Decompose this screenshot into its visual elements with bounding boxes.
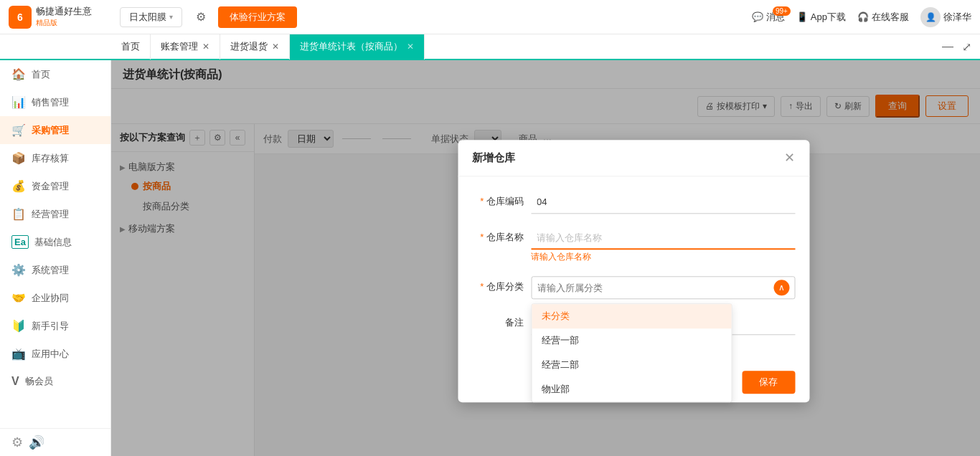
sidebar-item-basic-info[interactable]: Ea 基础信息: [0, 228, 110, 256]
category-toggle-icon[interactable]: ∧: [773, 280, 789, 295]
dialog-title: 新增仓库: [472, 151, 515, 165]
sidebar-home-label: 首页: [32, 68, 50, 81]
category-dropdown: 未分类 经营一部 经营二部 物业部: [531, 303, 732, 402]
logo-area: 6 畅捷通好生意 精品版: [9, 6, 120, 29]
dropdown-item-dept2[interactable]: 经营二部: [532, 353, 731, 377]
sidebar-item-enterprise[interactable]: 🤝 企业协同: [0, 284, 110, 312]
tab-account[interactable]: 账套管理 ✕: [151, 34, 220, 60]
sidebar-item-guide[interactable]: 🔰 新手引导: [0, 312, 110, 340]
sidebar-operations-label: 经营管理: [32, 208, 69, 221]
name-field: 请输入仓库名称: [531, 227, 795, 263]
dialog-header: 新增仓库 ✕: [458, 140, 809, 176]
notification-badge: 99+: [773, 6, 791, 16]
name-field-row: 仓库名称 请输入仓库名称: [472, 227, 795, 263]
tab-account-label: 账套管理: [161, 40, 198, 53]
enterprise-icon: 🤝: [11, 291, 26, 305]
tab-minimize-icon[interactable]: —: [939, 39, 956, 55]
name-input[interactable]: [531, 227, 795, 250]
guide-icon: 🔰: [11, 319, 26, 333]
apps-icon: 📺: [11, 347, 26, 361]
dialog-close-icon[interactable]: ✕: [784, 150, 795, 166]
basic-info-icon: Ea: [11, 235, 29, 249]
sidebar-sound-icon[interactable]: 🔊: [29, 434, 44, 450]
top-header: 6 畅捷通好生意 精品版 日太阳膜 ▾ ⚙ 体验行业方案 💬 消息 99+ 📱 …: [0, 0, 980, 34]
new-warehouse-dialog: 新增仓库 ✕ 仓库编码 仓库名称 请输入仓库名称: [458, 140, 809, 402]
notes-label: 备注: [472, 312, 524, 329]
message-icon: 💬: [752, 11, 763, 22]
sidebar: 🏠 首页 📊 销售管理 🛒 采购管理 📦 库存核算 💰 资金管理 📋 经营管理 …: [0, 60, 111, 456]
category-field-row: 仓库分类 ∧ 未分类 经营一部 经营二部 物业部: [472, 276, 795, 299]
tab-return-label: 进货退货: [230, 40, 268, 53]
sidebar-purchase-label: 采购管理: [32, 124, 69, 137]
sidebar-settings-icon[interactable]: ⚙: [11, 434, 23, 450]
tab-return[interactable]: 进货退货 ✕: [220, 34, 290, 60]
code-field: [531, 191, 795, 214]
tab-account-close-icon[interactable]: ✕: [202, 42, 209, 52]
dropdown-item-uncategorized[interactable]: 未分类: [532, 304, 731, 328]
brand-sub: 精品版: [36, 18, 92, 28]
sidebar-system-label: 系统管理: [32, 264, 69, 277]
sidebar-enterprise-label: 企业协同: [32, 292, 69, 305]
online-service-btn[interactable]: 🎧 在线客服: [857, 11, 909, 24]
sidebar-apps-label: 应用中心: [32, 348, 69, 361]
tab-stats-label: 进货单统计表（按商品）: [300, 40, 402, 53]
headset-icon: 🎧: [857, 11, 869, 22]
main-layout: 🏠 首页 📊 销售管理 🛒 采购管理 📦 库存核算 💰 资金管理 📋 经营管理 …: [0, 60, 980, 456]
operations-icon: 📋: [11, 207, 26, 221]
tab-return-close-icon[interactable]: ✕: [272, 42, 279, 52]
tab-expand-icon[interactable]: ⤢: [959, 39, 974, 55]
dropdown-item-dept1[interactable]: 经营一部: [532, 328, 731, 353]
store-selector[interactable]: 日太阳膜 ▾: [120, 7, 182, 27]
save-button[interactable]: 保存: [742, 371, 795, 394]
finance-icon: 💰: [11, 179, 26, 193]
tab-stats-close-icon[interactable]: ✕: [407, 42, 414, 52]
app-logo-icon: 6: [9, 6, 32, 29]
sales-icon: 📊: [11, 95, 26, 109]
inventory-icon: 📦: [11, 151, 26, 165]
tab-home-label: 首页: [121, 40, 140, 53]
sidebar-finance-label: 资金管理: [32, 180, 69, 193]
trial-button[interactable]: 体验行业方案: [218, 6, 297, 28]
dialog-body: 仓库编码 仓库名称 请输入仓库名称 仓库分类: [458, 176, 809, 362]
sidebar-item-purchase[interactable]: 🛒 采购管理: [0, 116, 110, 144]
dropdown-item-dept3[interactable]: 物业部: [532, 377, 731, 402]
brand-name: 畅捷通好生意: [36, 6, 92, 18]
sidebar-item-home[interactable]: 🏠 首页: [0, 60, 110, 88]
sidebar-item-operations[interactable]: 📋 经营管理: [0, 200, 110, 228]
category-field: ∧ 未分类 经营一部 经营二部 物业部: [531, 276, 795, 299]
sidebar-item-system[interactable]: ⚙️ 系统管理: [0, 256, 110, 284]
sidebar-bottom: ⚙ 🔊: [0, 428, 110, 456]
mobile-icon: 📱: [796, 11, 808, 22]
tab-bar: 首页 账套管理 ✕ 进货退货 ✕ 进货单统计表（按商品） ✕ — ⤢: [0, 34, 980, 60]
store-name-label: 日太阳膜: [129, 11, 166, 24]
tab-home[interactable]: 首页: [111, 34, 151, 60]
online-service-label: 在线客服: [872, 11, 909, 24]
sidebar-inventory-label: 库存核算: [32, 152, 69, 165]
sidebar-sales-label: 销售管理: [32, 96, 69, 109]
store-arrow-icon: ▾: [169, 13, 173, 21]
code-field-row: 仓库编码: [472, 191, 795, 214]
category-label: 仓库分类: [472, 276, 524, 293]
sidebar-item-apps[interactable]: 📺 应用中心: [0, 340, 110, 368]
category-input[interactable]: [531, 276, 795, 299]
member-icon: V: [11, 375, 19, 388]
sidebar-item-inventory[interactable]: 📦 库存核算: [0, 144, 110, 172]
notification-btn[interactable]: 💬 消息 99+: [752, 11, 785, 24]
user-avatar: 👤: [920, 7, 941, 27]
username-label: 徐泽华: [943, 11, 971, 24]
user-menu-btn[interactable]: 👤 徐泽华: [920, 7, 971, 27]
settings-icon[interactable]: ⚙: [189, 6, 212, 29]
app-download-btn[interactable]: 📱 App下载: [796, 11, 846, 24]
code-input[interactable]: [531, 191, 795, 214]
sidebar-item-sales[interactable]: 📊 销售管理: [0, 88, 110, 116]
tab-stats[interactable]: 进货单统计表（按商品） ✕: [290, 34, 425, 60]
sidebar-basic-info-label: 基础信息: [34, 236, 72, 249]
code-label: 仓库编码: [472, 191, 524, 208]
header-actions: 💬 消息 99+ 📱 App下载 🎧 在线客服 👤 徐泽华: [752, 7, 971, 27]
sidebar-guide-label: 新手引导: [32, 320, 69, 333]
sidebar-item-member[interactable]: V 畅会员: [0, 368, 110, 395]
sidebar-member-label: 畅会员: [25, 375, 53, 388]
app-download-label: App下载: [811, 11, 846, 24]
sidebar-item-finance[interactable]: 💰 资金管理: [0, 172, 110, 200]
name-label: 仓库名称: [472, 227, 524, 244]
